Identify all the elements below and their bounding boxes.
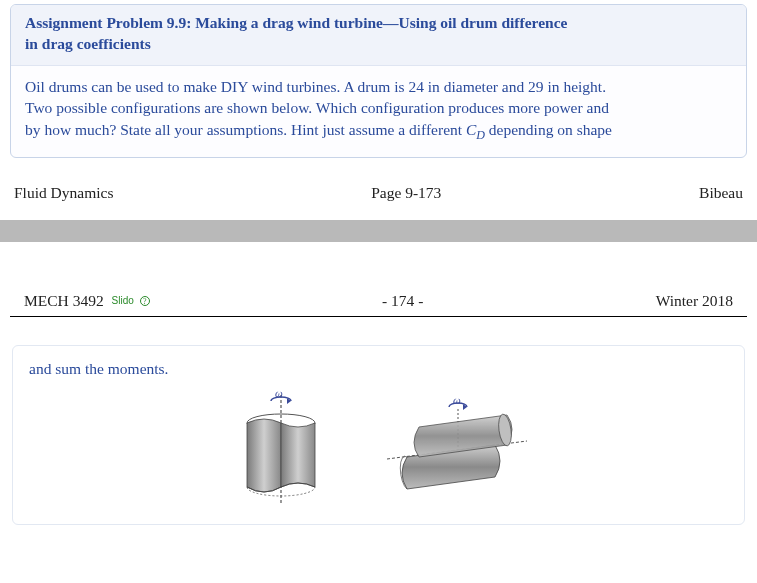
problem-text-line2: Two possible configurations are shown be… bbox=[25, 99, 609, 116]
problem-number: Assignment Problem 9.9: bbox=[25, 14, 191, 31]
course-code: MECH 3492 bbox=[24, 292, 104, 309]
footer-left: Fluid Dynamics bbox=[14, 184, 113, 202]
header-center: - 174 - bbox=[382, 292, 423, 310]
footer-right: Bibeau bbox=[699, 184, 743, 202]
problem-text-line1: Oil drums can be used to make DIY wind t… bbox=[25, 78, 606, 95]
problem-title-line2: in drag coefficients bbox=[25, 35, 151, 52]
header-right: Winter 2018 bbox=[656, 292, 733, 310]
cd-var: C bbox=[466, 121, 476, 138]
omega-label-1: ω bbox=[275, 387, 283, 399]
problem-title-line1: Making a drag wind turbine—Using oil dru… bbox=[195, 14, 567, 31]
problem-body: Oil drums can be used to make DIY wind t… bbox=[11, 66, 746, 157]
header-left: MECH 3492 Slido ? bbox=[24, 292, 150, 310]
turbine-config-vertical: ω bbox=[221, 387, 341, 507]
turbine-figure: ω ω bbox=[29, 382, 728, 512]
footer-center: Page 9-173 bbox=[371, 184, 441, 202]
page-divider bbox=[0, 220, 757, 242]
assignment-problem-box: Assignment Problem 9.9: Making a drag wi… bbox=[10, 4, 747, 158]
page-header-row: MECH 3492 Slido ? - 174 - Winter 2018 bbox=[10, 242, 747, 317]
page-footer-row: Fluid Dynamics Page 9-173 Bibeau bbox=[0, 158, 757, 220]
cd-sub: D bbox=[476, 128, 485, 142]
problem-text-line4: depending on shape bbox=[485, 121, 612, 138]
turbine-config-horizontal: ω bbox=[377, 397, 537, 497]
slido-label: Slido bbox=[112, 295, 134, 306]
moments-text: and sum the moments. bbox=[29, 360, 728, 378]
problem-header: Assignment Problem 9.9: Making a drag wi… bbox=[11, 5, 746, 66]
help-icon: ? bbox=[140, 296, 150, 306]
omega-label-2: ω bbox=[453, 397, 461, 406]
problem-text-line3: by how much? State all your assumptions.… bbox=[25, 121, 466, 138]
moments-box: and sum the moments. ω bbox=[12, 345, 745, 525]
